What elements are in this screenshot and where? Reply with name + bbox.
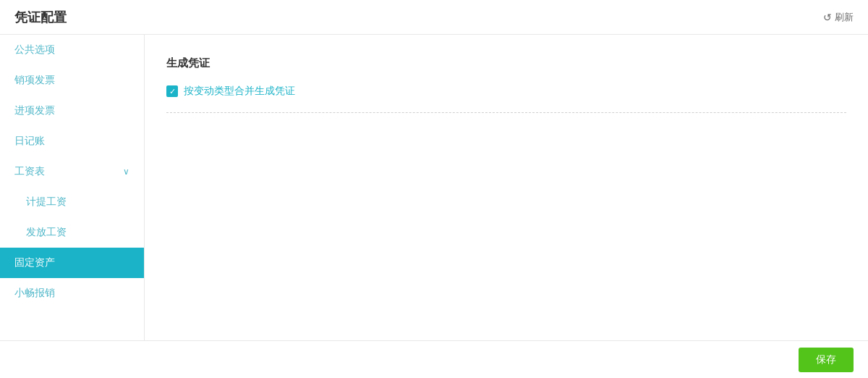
sidebar-item-label: 公共选项 — [14, 43, 55, 56]
sidebar-item-label: 进项发票 — [14, 104, 55, 117]
sidebar-item-label: 发放工资 — [26, 226, 67, 239]
checkbox-row: 按变动类型合并生成凭证 — [166, 85, 846, 98]
save-button[interactable]: 保存 — [799, 348, 854, 372]
sidebar: 公共选项销项发票进项发票日记账工资表∨计提工资发放工资固定资产小畅报销 — [0, 35, 145, 340]
refresh-button[interactable]: ↺ 刷新 — [823, 11, 854, 24]
sidebar-item-journal[interactable]: 日记账 — [0, 126, 144, 156]
page-container: 凭证配置 ↺ 刷新 公共选项销项发票进项发票日记账工资表∨计提工资发放工资固定资… — [0, 0, 868, 378]
chevron-down-icon: ∨ — [123, 167, 129, 177]
sidebar-item-payroll-pay[interactable]: 发放工资 — [0, 217, 144, 248]
sidebar-item-label: 小畅报销 — [14, 287, 55, 300]
sidebar-item-label: 工资表 — [14, 165, 45, 178]
sidebar-item-purchase-invoice[interactable]: 进项发票 — [0, 96, 144, 126]
page-title: 凭证配置 — [14, 9, 67, 26]
refresh-label: 刷新 — [835, 11, 854, 24]
page-body: 公共选项销项发票进项发票日记账工资表∨计提工资发放工资固定资产小畅报销 生成凭证… — [0, 35, 868, 340]
checkbox-label: 按变动类型合并生成凭证 — [184, 85, 295, 98]
merge-by-type-checkbox[interactable] — [166, 85, 178, 97]
sidebar-item-label: 销项发票 — [14, 74, 55, 87]
sidebar-item-sales-invoice[interactable]: 销项发票 — [0, 65, 144, 96]
section-divider — [166, 112, 846, 113]
sidebar-item-public-options[interactable]: 公共选项 — [0, 35, 144, 65]
sidebar-item-label: 日记账 — [14, 135, 45, 148]
page-header: 凭证配置 ↺ 刷新 — [0, 0, 868, 35]
sidebar-item-fixed-assets[interactable]: 固定资产 — [0, 248, 144, 278]
refresh-icon: ↺ — [823, 12, 832, 23]
sidebar-item-payroll[interactable]: 工资表∨ — [0, 156, 144, 187]
sidebar-item-label: 计提工资 — [26, 196, 67, 209]
sidebar-item-payroll-advance[interactable]: 计提工资 — [0, 187, 144, 217]
section-title: 生成凭证 — [166, 56, 846, 70]
sidebar-item-label: 固定资产 — [14, 256, 55, 269]
page-footer: 保存 — [0, 340, 868, 378]
sidebar-item-expense-report[interactable]: 小畅报销 — [0, 278, 144, 308]
main-content: 生成凭证 按变动类型合并生成凭证 — [145, 35, 868, 340]
